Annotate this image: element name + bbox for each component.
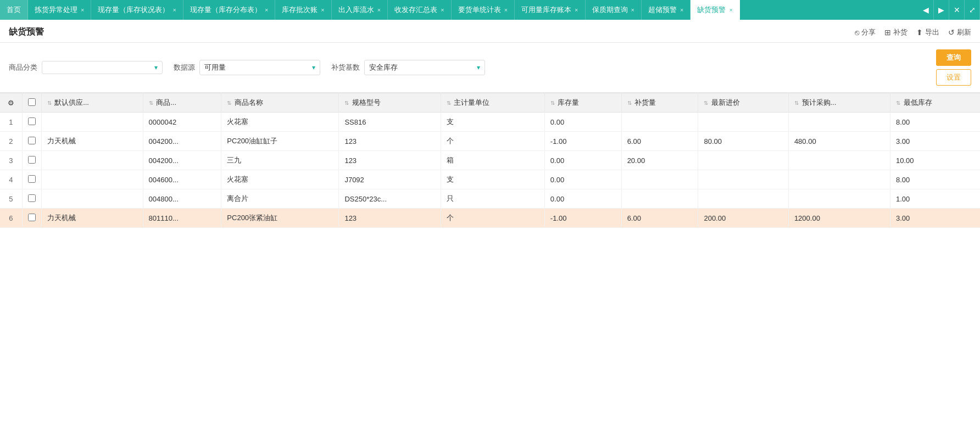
nav-tab-picking-label: 拣货异常处理 [35, 5, 77, 15]
row-name: 离合片 [221, 189, 339, 209]
row-checkbox-cell[interactable] [22, 151, 41, 170]
category-select[interactable]: ▾ [42, 61, 163, 74]
share-button[interactable]: ⎋ 分享 [855, 27, 876, 37]
query-button[interactable]: 查询 [936, 49, 971, 66]
table-header-stock[interactable]: ⇅ 库存量 [544, 93, 621, 113]
nav-tab-available[interactable]: 可用量库存账本 × [515, 0, 585, 20]
row-stock: 0.00 [544, 189, 621, 209]
row-min-stock: 8.00 [890, 170, 980, 189]
export-button[interactable]: ⬆ 导出 [916, 27, 939, 37]
close-icon[interactable]: × [441, 7, 444, 13]
sort-icon: ⇅ [149, 100, 153, 106]
nav-tab-home-label: 首页 [7, 5, 21, 15]
table-header-latest-price[interactable]: ⇅ 最新进价 [698, 93, 788, 113]
row-code: 004200... [143, 132, 221, 151]
datasource-select-value: 可用量 [204, 63, 226, 72]
row-checkbox-cell[interactable] [22, 209, 41, 228]
table-row: 4 004600... 火花塞 J7092 支 0.00 8.00 [0, 170, 980, 189]
table-header-gear[interactable]: ⚙ [0, 93, 22, 113]
table-header-spec[interactable]: ⇅ 规格型号 [339, 93, 441, 113]
table-header-estimated[interactable]: ⇅ 预计采购... [788, 93, 890, 113]
close-icon[interactable]: × [81, 7, 84, 13]
nav-tab-stock-status-label: 现存量（库存状况表） [98, 5, 169, 15]
row-checkbox-cell[interactable] [22, 132, 41, 151]
row-number: 6 [0, 209, 22, 228]
close-icon[interactable]: × [575, 7, 578, 13]
close-icon[interactable]: × [377, 7, 381, 13]
table-header-unit-label: 主计量单位 [454, 98, 489, 107]
row-spec: DS250*23c... [339, 189, 441, 209]
nav-tab-order-label: 要货单统计表 [458, 5, 501, 15]
row-code: 004800... [143, 189, 221, 209]
nav-tab-summary[interactable]: 收发存汇总表 × [388, 0, 451, 20]
table-header-checkbox[interactable] [22, 93, 41, 113]
nav-tab-home[interactable]: 首页 [0, 0, 28, 20]
row-checkbox[interactable] [28, 156, 36, 164]
close-icon[interactable]: × [172, 7, 176, 13]
row-supplier [41, 170, 143, 189]
table-header-min-stock[interactable]: ⇅ 最低库存 [890, 93, 980, 113]
table-header-code[interactable]: ⇅ 商品... [143, 93, 221, 113]
nav-tab-inout-label: 出入库流水 [338, 5, 374, 15]
close-icon[interactable]: × [504, 7, 508, 13]
nav-tab-stockout-label: 缺货预警 [697, 5, 726, 15]
row-checkbox-cell[interactable] [22, 189, 41, 209]
close-icon[interactable]: × [631, 7, 634, 13]
row-checkbox[interactable] [28, 175, 36, 183]
nav-tab-stockout[interactable]: 缺货预警 × [691, 0, 739, 20]
nav-close-button[interactable]: ✕ [949, 0, 965, 20]
row-code: 004600... [143, 170, 221, 189]
settings-button[interactable]: 设置 [936, 69, 971, 86]
nav-tab-overstock[interactable]: 超储预警 × [642, 0, 691, 20]
row-latest-price: 200.00 [698, 209, 788, 228]
row-checkbox[interactable] [28, 214, 36, 221]
row-checkbox[interactable] [28, 137, 36, 144]
close-icon[interactable]: × [265, 7, 268, 13]
close-icon[interactable]: × [680, 7, 683, 13]
nav-prev-button[interactable]: ◀ [918, 0, 934, 20]
replenish-select[interactable]: 安全库存 ▾ [364, 60, 485, 75]
datasource-select[interactable]: 可用量 ▾ [199, 60, 320, 75]
export-icon: ⬆ [916, 28, 923, 37]
close-icon[interactable]: × [729, 7, 732, 13]
replenish-chevron-icon: ▾ [477, 64, 480, 71]
table-header-supplier[interactable]: ⇅ 默认供应... [41, 93, 143, 113]
row-latest-price [698, 170, 788, 189]
row-estimated [788, 170, 890, 189]
table-container: ⚙ ⇅ 默认供应... ⇅ 商品... ⇅ 商品名称 [0, 93, 980, 228]
nav-tab-picking[interactable]: 拣货异常处理 × [28, 0, 91, 20]
sort-icon: ⇅ [447, 100, 451, 106]
table-header-name[interactable]: ⇅ 商品名称 [221, 93, 339, 113]
row-spec: 123 [339, 151, 441, 170]
row-unit: 个 [441, 132, 544, 151]
nav-expand-button[interactable]: ⤢ [965, 0, 980, 20]
nav-tab-expiry[interactable]: 保质期查询 × [586, 0, 642, 20]
table-header-replenish[interactable]: ⇅ 补货量 [621, 93, 698, 113]
refresh-button[interactable]: ↺ 刷新 [948, 27, 971, 37]
select-all-checkbox[interactable] [28, 98, 36, 106]
replenish-button[interactable]: ⊞ 补货 [884, 27, 907, 37]
nav-tab-order[interactable]: 要货单统计表 × [452, 0, 515, 20]
top-nav: 首页 拣货异常处理 × 现存量（库存状况表） × 现存量（库存分布表） × 库存… [0, 0, 980, 20]
filter-area: 商品分类 ▾ 数据源 可用量 ▾ 补货基数 安全库存 ▾ 查询 设置 [0, 43, 980, 93]
row-checkbox-cell[interactable] [22, 170, 41, 189]
nav-tab-stock-status[interactable]: 现存量（库存状况表） × [91, 0, 183, 20]
nav-tab-batch[interactable]: 库存批次账 × [275, 0, 331, 20]
row-code: 801110... [143, 209, 221, 228]
nav-tab-stock-dist-label: 现存量（库存分布表） [190, 5, 261, 15]
nav-tab-stock-dist[interactable]: 现存量（库存分布表） × [183, 0, 275, 20]
category-filter-group: 商品分类 ▾ [9, 61, 163, 74]
replenish-filter-group: 补货基数 安全库存 ▾ [331, 60, 485, 75]
row-checkbox-cell[interactable] [22, 113, 41, 132]
row-stock: -1.00 [544, 132, 621, 151]
row-checkbox[interactable] [28, 117, 36, 125]
row-spec: SS816 [339, 113, 441, 132]
nav-next-button[interactable]: ▶ [934, 0, 949, 20]
row-checkbox[interactable] [28, 194, 36, 202]
nav-tab-inout[interactable]: 出入库流水 × [332, 0, 388, 20]
close-icon[interactable]: × [321, 7, 324, 13]
table-row: 3 004200... 三九 123 箱 0.00 20.00 10.00 [0, 151, 980, 170]
row-name: 三九 [221, 151, 339, 170]
table-header-unit[interactable]: ⇅ 主计量单位 [441, 93, 544, 113]
row-unit: 箱 [441, 151, 544, 170]
